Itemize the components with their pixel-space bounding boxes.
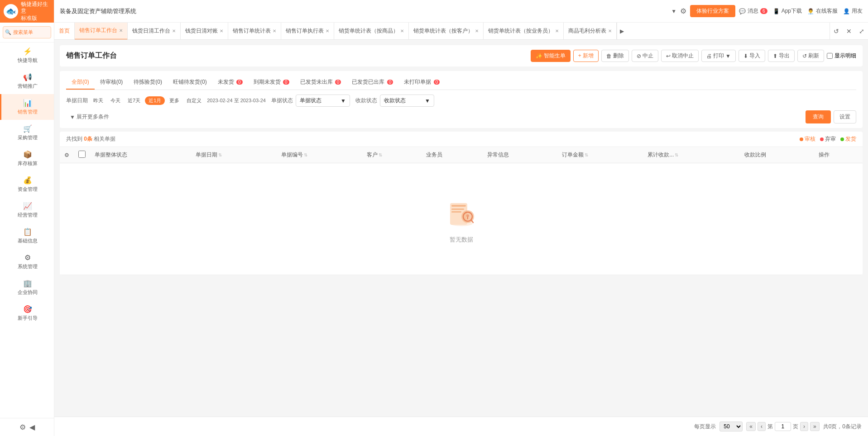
sidebar-nav-item-purchase[interactable]: 🛒 采购管理 xyxy=(0,120,54,146)
tab-sales-stats[interactable]: 销售订单统计表 ✕ xyxy=(228,23,281,40)
sidebar-nav-item-guide[interactable]: 🎯 新手引导 xyxy=(0,300,54,326)
th-status: 单据整体状态 xyxy=(90,147,191,163)
tab-close-sales-exec[interactable]: ✕ xyxy=(326,28,329,33)
prev-page-button[interactable]: ‹ xyxy=(758,422,766,431)
refresh-button[interactable]: ↺ 刷新 xyxy=(797,50,824,62)
th-ratio: 收款比例 xyxy=(740,147,815,163)
print-button[interactable]: 🖨 打印 ▼ xyxy=(701,50,736,62)
tab-refresh-button[interactable]: ↺ xyxy=(830,23,843,40)
collapse-icon[interactable]: ◀ xyxy=(29,423,35,431)
filter-tab-pending-review[interactable]: 待审核(0) xyxy=(95,76,129,90)
tab-close-sales-stats[interactable]: ✕ xyxy=(273,28,276,33)
filter-tab-shipped-not-out[interactable]: 已发货未出库 0 xyxy=(295,76,347,90)
review-action-button[interactable]: 审核 xyxy=(800,135,815,143)
sidebar-nav-item-quick-nav[interactable]: ⚡ 快捷导航 xyxy=(0,43,54,68)
delete-button[interactable]: 🗑 删除 xyxy=(601,50,629,62)
tab-maximize-button[interactable]: ⤢ xyxy=(855,23,868,40)
date-range-display: 2023-02-24 至 2023-03-24 xyxy=(207,97,266,104)
payment-select[interactable]: 收款状态 ▼ xyxy=(380,95,434,107)
tab-home[interactable]: 首页 xyxy=(54,23,75,40)
status-select[interactable]: 单据状态 ▼ xyxy=(296,95,350,107)
date-filter-item: 单据日期 昨天 今天 近7天 近1月 更多 自定义 2023-02-24 至 2… xyxy=(66,96,266,105)
sidebar-nav-item-sales[interactable]: 📊 销售管理 xyxy=(0,94,54,120)
th-number[interactable]: 单据编号 ⇅ xyxy=(277,147,362,163)
experience-button[interactable]: 体验行业方案 xyxy=(690,5,735,17)
column-settings-icon[interactable]: ⚙ xyxy=(64,152,69,158)
export-button[interactable]: ⬆ 导出 xyxy=(768,50,795,62)
revoke-action-button[interactable]: 弃审 xyxy=(820,135,836,143)
tab-close-gross-profit[interactable]: ✕ xyxy=(608,28,612,33)
th-customer[interactable]: 客户 ⇅ xyxy=(362,147,422,163)
filter-tab-not-shipped[interactable]: 未发货 0 xyxy=(212,76,248,90)
sidebar-nav-item-system[interactable]: ⚙ 系统管理 xyxy=(0,249,54,275)
new-order-button[interactable]: + 新增 xyxy=(573,50,599,62)
date-btn-more[interactable]: 更多 xyxy=(167,96,182,105)
ai-generate-button[interactable]: ✨ 智能生单 xyxy=(531,50,571,62)
tab-more-button[interactable]: ▶ xyxy=(617,23,627,40)
th-collected[interactable]: 累计收款... ⇅ xyxy=(643,147,739,163)
tab-close-cash-goods[interactable]: ✕ xyxy=(220,28,223,33)
tab-daily-cash[interactable]: 钱货日清工作台 ✕ xyxy=(128,23,181,40)
header-settings-icon[interactable]: ⚙ xyxy=(680,7,686,15)
settings-bottom-icon[interactable]: ⚙ xyxy=(19,423,26,431)
filter-tab-overdue[interactable]: 到期未发货 0 xyxy=(248,76,295,90)
sidebar-nav-item-basic-info[interactable]: 📋 基础信息 xyxy=(0,223,54,249)
date-btn-7days[interactable]: 近7天 xyxy=(125,96,143,105)
app-download-button[interactable]: 📱 App下载 xyxy=(773,7,802,15)
tab-close-sales-order[interactable]: ✕ xyxy=(119,28,123,33)
filter-tab-pending-inspect[interactable]: 待拣验货(0) xyxy=(128,76,168,90)
page-label: 第 xyxy=(767,423,773,431)
logo-text: 畅捷通好生意 标准版 xyxy=(21,1,50,22)
filter-tab-wangpu[interactable]: 旺铺待发货(0) xyxy=(168,76,212,90)
th-amount[interactable]: 订单金额 ⇅ xyxy=(557,147,643,163)
date-btn-today[interactable]: 今天 xyxy=(108,96,123,105)
online-service-button[interactable]: 👨‍💼 在线客服 xyxy=(807,7,838,15)
tab-close-all-button[interactable]: ✕ xyxy=(843,23,855,40)
expand-filter-button[interactable]: ▼ 展开更多条件 xyxy=(66,111,113,123)
sidebar-nav-item-inventory[interactable]: 📦 库存核算 xyxy=(0,146,54,171)
select-all-checkbox[interactable] xyxy=(78,151,86,158)
tab-close-summary-staff[interactable]: ✕ xyxy=(555,28,559,33)
tab-cash-goods[interactable]: 钱货日清对账 ✕ xyxy=(181,23,228,40)
page-title: 销售订单工作台 xyxy=(66,51,117,61)
page-size-select[interactable]: 10 20 50 100 xyxy=(719,422,743,431)
date-btn-1month[interactable]: 近1月 xyxy=(145,96,165,105)
page-input[interactable] xyxy=(775,422,791,431)
first-page-button[interactable]: « xyxy=(746,422,756,431)
cancel-stop-icon: ↩ xyxy=(666,53,671,59)
th-date[interactable]: 单据日期 ⇅ xyxy=(191,147,277,163)
sidebar-nav-item-enterprise[interactable]: 🏢 企业协同 xyxy=(0,275,54,300)
cancel-stop-button[interactable]: ↩ 取消中止 xyxy=(661,50,699,62)
filter-setting-button[interactable]: 设置 xyxy=(834,110,856,123)
search-button[interactable]: 查询 xyxy=(806,110,831,123)
import-button[interactable]: ⬇ 导入 xyxy=(739,50,765,62)
tab-sales-summary-staff[interactable]: 销货单统计表（按业务员） ✕ xyxy=(484,23,564,40)
dropdown-arrow-icon[interactable]: ▼ xyxy=(671,8,676,14)
filter-tab-shipped-out[interactable]: 已发货已出库 0 xyxy=(346,76,398,90)
show-detail-checkbox[interactable] xyxy=(827,53,833,59)
home-tab-label: 首页 xyxy=(59,27,70,35)
show-detail-label[interactable]: 显示明细 xyxy=(827,52,856,60)
tab-close-summary-customer[interactable]: ✕ xyxy=(475,28,479,33)
stop-button[interactable]: ⊘ 中止 xyxy=(632,50,658,62)
sidebar-nav-item-finance[interactable]: 💰 资金管理 xyxy=(0,171,54,197)
next-page-button[interactable]: › xyxy=(800,422,808,431)
tab-gross-profit[interactable]: 商品毛利分析表 ✕ xyxy=(564,23,617,40)
user-menu-button[interactable]: 👤 用友 xyxy=(843,7,863,15)
ship-action-button[interactable]: 发货 xyxy=(840,135,856,143)
message-button[interactable]: 💬 消息 6 xyxy=(739,7,767,15)
tab-sales-summary-customer[interactable]: 销货单统计表（按客户） ✕ xyxy=(409,23,484,40)
tab-close-summary-product[interactable]: ✕ xyxy=(400,28,404,33)
date-btn-custom[interactable]: 自定义 xyxy=(184,96,204,105)
filter-tab-not-printed[interactable]: 未打印单据 0 xyxy=(398,76,445,90)
last-page-button[interactable]: » xyxy=(810,422,820,431)
sidebar-nav-item-marketing[interactable]: 📢 营销推广 xyxy=(0,68,54,94)
filter-tab-all[interactable]: 全部(0) xyxy=(66,76,95,90)
tab-close-daily-cash[interactable]: ✕ xyxy=(172,28,176,33)
tab-sales-exec[interactable]: 销售订单执行表 ✕ xyxy=(281,23,334,40)
date-btn-yesterday[interactable]: 昨天 xyxy=(91,96,106,105)
tab-sales-summary-product[interactable]: 销货单统计表（按商品） ✕ xyxy=(334,23,409,40)
sidebar-nav-item-operation[interactable]: 📈 经营管理 xyxy=(0,197,54,223)
search-menu-button[interactable]: 🔍 搜索菜单 xyxy=(3,26,51,38)
tab-sales-order[interactable]: 销售订单工作台 ✕ xyxy=(75,23,128,40)
